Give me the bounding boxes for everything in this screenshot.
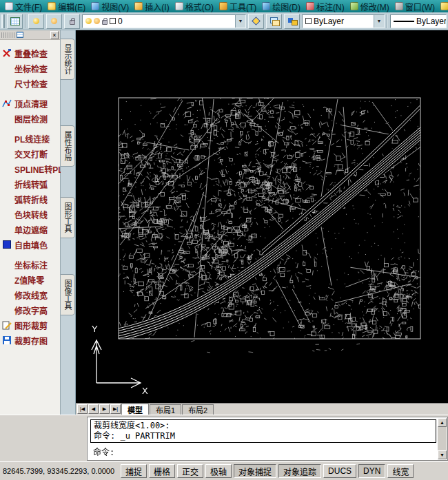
layers-icon (270, 17, 278, 25)
toggle-ortho[interactable]: 正交 (177, 464, 203, 478)
sidebar-item-block-to-line[interactable]: 色块转线 (0, 207, 60, 222)
last-tab-button[interactable]: ▶| (110, 404, 121, 414)
menu-view[interactable]: 视图(V) (88, 0, 132, 12)
spacer (1, 114, 12, 124)
sidebar-item-label: 折线转弧 (14, 178, 48, 190)
help-menu-icon (440, 2, 448, 10)
sidebar-item-layer-detect[interactable]: 图层检测 (0, 111, 60, 126)
first-tab-button[interactable]: |◀ (77, 404, 88, 414)
command-scrollbar[interactable]: ▲ ▼ (438, 418, 447, 459)
command-prompt[interactable]: 命令: (93, 446, 114, 457)
sidebar-item-label: 坐标标注 (14, 259, 48, 271)
panel-close-button[interactable]: × (50, 31, 59, 39)
scroll-up-icon[interactable]: ▲ (438, 418, 447, 427)
toolbar-grip[interactable] (1, 14, 5, 28)
sidebar-item-coord-annotate[interactable]: 坐标标注 (0, 257, 60, 272)
tool-panel-list: 重叠检查 坐标检查 尺寸检查 顶点清理 图层检测 PL线连接 (0, 40, 60, 348)
menu-modify[interactable]: 修改(M) (347, 0, 392, 12)
menu-file[interactable]: 文件(F) (2, 0, 45, 12)
menu-draw[interactable]: 绘图(D) (259, 0, 303, 12)
make-layer-button[interactable] (248, 14, 264, 29)
command-line: 命令: _u PARTTRIM (94, 431, 433, 441)
color-dropdown[interactable]: ByLayer ▼ (302, 14, 385, 28)
sidebar-item-label: 单边遮缩 (14, 224, 48, 236)
command-window: 裁剪线宽度<1.00>: 命令: _u PARTTRIM 命令: ▲ ▼ (0, 415, 448, 461)
layer-freeze-button[interactable] (46, 14, 62, 29)
sidebar-item-single-edge-trim[interactable]: 单边遮缩 (0, 222, 60, 237)
layer-lock-button[interactable] (64, 14, 80, 29)
layer-color-swatch (110, 18, 116, 24)
sidebar-item-free-fill[interactable]: 自由填色 (0, 237, 60, 252)
menu-tools[interactable]: 工具(T) (216, 0, 259, 12)
layer-manager-button[interactable] (266, 14, 282, 29)
chevron-down-icon[interactable]: ▼ (374, 15, 384, 28)
sidebar-item-vertex-clean[interactable]: 顶点清理 (0, 96, 60, 111)
lightbulb-icon (33, 18, 39, 24)
tab-layout2[interactable]: 布局2 (182, 404, 214, 415)
menu-edit[interactable]: 编辑(E) (45, 0, 88, 12)
lock-icon (70, 20, 75, 25)
toggle-snap[interactable]: 捕捉 (121, 464, 147, 478)
sidebar-item-label: 弧转折线 (14, 194, 48, 205)
panel-drag-grip[interactable] (1, 32, 15, 38)
modify-menu-icon (350, 2, 358, 10)
toggle-grid[interactable]: 栅格 (149, 464, 175, 478)
sidebar-item-size-check[interactable]: 尺寸检查 (0, 76, 60, 91)
table-tool-button[interactable] (7, 14, 23, 29)
table-icon (10, 17, 20, 25)
sidebar-item-pl-connect[interactable]: PL线连接 (0, 131, 60, 146)
menu-format[interactable]: 格式(O) (172, 0, 216, 12)
tab-layout1[interactable]: 布局1 (150, 404, 181, 415)
tab-display-stats[interactable]: 显示统计 (61, 39, 75, 80)
tab-graphic-tools[interactable]: 图形工具 (61, 197, 75, 238)
sidebar-item-modify-textheight[interactable]: 修改字高 (0, 302, 60, 317)
tab-image-tools[interactable]: 图像工具 (61, 274, 75, 315)
toggle-osnap[interactable]: 对象捕捉 (234, 464, 276, 478)
menu-insert[interactable]: 插入(I) (132, 0, 172, 12)
sidebar-item-clip-save[interactable]: 裁剪存图 (0, 333, 60, 348)
toggle-lineweight[interactable]: 线宽 (387, 464, 414, 478)
prev-tab-button[interactable]: ◀ (88, 404, 99, 414)
layer-dropdown[interactable]: 0 ▼ (82, 14, 246, 28)
sidebar-item-graphic-clip[interactable]: 图形裁剪 (0, 317, 60, 333)
sidebar-item-label: 裁剪存图 (14, 335, 48, 346)
clip-save-icon (1, 335, 12, 346)
sidebar-item-label: 修改字高 (14, 304, 48, 316)
sidebar-item-z-to-zero[interactable]: Z值降零 (0, 272, 60, 287)
spacer (1, 194, 12, 205)
toggle-polar[interactable]: 极轴 (205, 464, 232, 478)
drawing-canvas-area[interactable]: Y X (76, 30, 448, 403)
scroll-down-icon[interactable]: ▼ (438, 450, 447, 459)
sidebar-item-overlap-check[interactable]: 重叠检查 (0, 45, 60, 61)
spacer (1, 260, 12, 270)
sidebar-item-coord-check[interactable]: 坐标检查 (0, 61, 60, 76)
diamond-icon (252, 17, 261, 25)
toggle-otrack[interactable]: 对象追踪 (278, 464, 321, 478)
next-tab-button[interactable]: ▶ (99, 404, 110, 414)
sidebar-item-label: 图形裁剪 (14, 320, 48, 331)
sidebar-item-modify-linewidth[interactable]: 修改线宽 (0, 287, 60, 302)
linetype-dropdown[interactable]: ByLayer (390, 14, 447, 28)
layer-on-button[interactable] (28, 14, 44, 29)
menu-dimension[interactable]: 标注(N) (303, 0, 347, 12)
sidebar-item-cross-break[interactable]: 交叉打断 (0, 146, 60, 161)
toggle-ducs[interactable]: DUCS (323, 464, 356, 478)
tab-property-layout[interactable]: 属性布局 (61, 125, 75, 167)
sidebar-item-polyline-to-arc[interactable]: 折线转弧 (0, 176, 60, 191)
menu-help[interactable]: 帮助(H) (438, 0, 448, 12)
menu-modify-label: 修改(M) (360, 1, 389, 12)
edit-menu-icon (48, 2, 56, 10)
tab-model[interactable]: 模型 (121, 404, 149, 415)
menu-edit-label: 编辑(E) (58, 1, 85, 12)
match-properties-button[interactable] (284, 14, 300, 29)
sidebar-item-label: Z值降零 (14, 274, 44, 286)
chevron-down-icon[interactable]: ▼ (235, 15, 245, 28)
view-menu-icon (91, 2, 99, 10)
sidebar-item-spline-to-pl[interactable]: SPLINE转PL (0, 161, 60, 176)
menu-window[interactable]: 窗口(W) (392, 0, 438, 12)
layer-state-sun-icon (94, 18, 100, 24)
toggle-dyn[interactable]: DYN (358, 464, 385, 478)
ucs-y-label: Y (92, 324, 98, 334)
coordinate-readout[interactable]: 82645.7399, 93345.2293, 0.0000 (3, 467, 119, 475)
sidebar-item-arc-to-polyline[interactable]: 弧转折线 (0, 191, 60, 207)
